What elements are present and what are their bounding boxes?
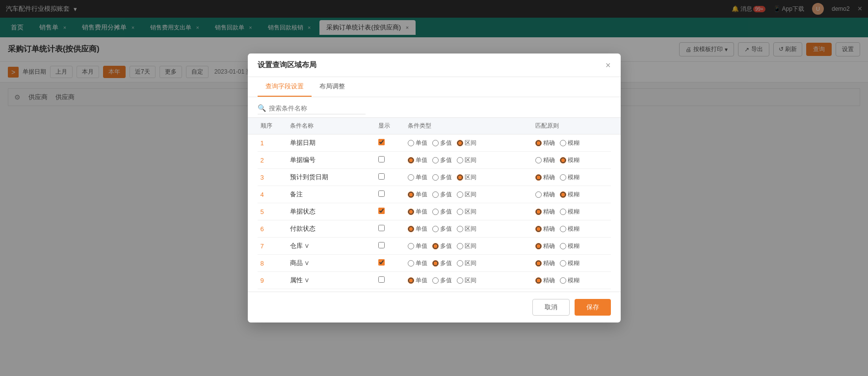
cell-match[interactable]: 精确 模糊 bbox=[532, 169, 621, 186]
display-checkbox[interactable] bbox=[378, 259, 385, 266]
radio-multi-1[interactable] bbox=[432, 157, 439, 163]
radio-single-8[interactable] bbox=[408, 277, 414, 284]
radio-fuzzy-6[interactable] bbox=[560, 243, 566, 249]
settings-dialog: 设置查询区域布局 × 查询字段设置 布局调整 🔍 顺序 条件名称 显示 bbox=[248, 54, 621, 322]
cell-type[interactable]: 单值 多值 区间 bbox=[405, 152, 532, 168]
radio-range-4[interactable] bbox=[457, 209, 463, 215]
cell-type[interactable]: 单值 多值 区间 bbox=[405, 169, 532, 186]
radio-fuzzy-8[interactable] bbox=[560, 277, 566, 284]
display-checkbox[interactable] bbox=[378, 190, 385, 197]
cell-type[interactable]: 单值 多值 区间 bbox=[405, 187, 532, 203]
cell-order: 5 bbox=[258, 204, 287, 219]
radio-range-6[interactable] bbox=[457, 243, 463, 249]
radio-fuzzy-2[interactable] bbox=[560, 174, 566, 181]
cell-display[interactable] bbox=[375, 135, 405, 151]
cell-display[interactable] bbox=[375, 152, 405, 168]
cell-name: 预计到货日期 bbox=[287, 169, 375, 186]
display-checkbox[interactable] bbox=[378, 208, 385, 214]
radio-fuzzy-4[interactable] bbox=[560, 209, 566, 215]
cell-type[interactable]: 单值 多值 区间 bbox=[405, 135, 532, 151]
radio-single-1[interactable] bbox=[408, 157, 414, 163]
radio-multi-5[interactable] bbox=[432, 226, 439, 232]
cancel-button[interactable]: 取消 bbox=[532, 299, 570, 316]
radio-single-3[interactable] bbox=[408, 191, 414, 198]
radio-exact-5[interactable] bbox=[535, 226, 542, 232]
radio-range-1[interactable] bbox=[457, 157, 463, 163]
radio-fuzzy-5[interactable] bbox=[560, 226, 566, 232]
cell-display[interactable] bbox=[375, 255, 405, 271]
radio-multi-4[interactable] bbox=[432, 209, 439, 215]
radio-exact-0[interactable] bbox=[535, 140, 542, 146]
radio-exact-3[interactable] bbox=[535, 191, 542, 198]
radio-exact-6[interactable] bbox=[535, 243, 542, 249]
radio-range-7[interactable] bbox=[457, 260, 463, 267]
radio-single-5[interactable] bbox=[408, 226, 414, 232]
radio-exact-1[interactable] bbox=[535, 157, 542, 163]
radio-single-0[interactable] bbox=[408, 140, 414, 146]
cell-name: 付款状态 bbox=[287, 220, 375, 237]
display-checkbox[interactable] bbox=[378, 276, 385, 283]
table-body: 1单据日期 单值 多值 区间 精确 模糊 2单据编号 单值 多值 区间 精确 模… bbox=[248, 134, 621, 292]
radio-multi-6[interactable] bbox=[432, 243, 439, 249]
radio-range-3[interactable] bbox=[457, 191, 463, 198]
radio-multi-3[interactable] bbox=[432, 191, 439, 198]
cell-type[interactable]: 单值 多值 区间 bbox=[405, 221, 532, 237]
cell-display[interactable] bbox=[375, 238, 405, 254]
cell-match[interactable]: 精确 模糊 bbox=[532, 187, 621, 203]
radio-single-7[interactable] bbox=[408, 260, 414, 267]
radio-multi-0[interactable] bbox=[432, 140, 439, 146]
display-checkbox[interactable] bbox=[378, 225, 385, 231]
search-input[interactable] bbox=[269, 105, 357, 112]
radio-range-0[interactable] bbox=[457, 140, 463, 146]
radio-exact-2[interactable] bbox=[535, 174, 542, 181]
cell-order: 8 bbox=[258, 256, 287, 271]
cell-type[interactable]: 单值 多值 区间 bbox=[405, 255, 532, 271]
radio-fuzzy-0[interactable] bbox=[560, 140, 566, 146]
cell-display[interactable] bbox=[375, 204, 405, 219]
col-header-match: 匹配原则 bbox=[532, 118, 621, 134]
tab-query-fields[interactable]: 查询字段设置 bbox=[258, 77, 312, 97]
radio-exact-8[interactable] bbox=[535, 277, 542, 284]
cell-type[interactable]: 单值 多值 区间 bbox=[405, 204, 532, 220]
col-header-display: 显示 bbox=[375, 118, 405, 134]
display-checkbox[interactable] bbox=[378, 156, 385, 162]
radio-single-2[interactable] bbox=[408, 174, 414, 181]
cell-type[interactable]: 单值 多值 区间 bbox=[405, 238, 532, 254]
cell-type[interactable]: 单值 多值 区间 bbox=[405, 272, 532, 289]
cell-match[interactable]: 精确 模糊 bbox=[532, 204, 621, 220]
radio-multi-7[interactable] bbox=[432, 260, 439, 267]
radio-range-2[interactable] bbox=[457, 174, 463, 181]
cell-match[interactable]: 精确 模糊 bbox=[532, 255, 621, 271]
save-button[interactable]: 保存 bbox=[575, 299, 611, 316]
cell-display[interactable] bbox=[375, 221, 405, 237]
radio-single-6[interactable] bbox=[408, 243, 414, 249]
radio-range-5[interactable] bbox=[457, 226, 463, 232]
cell-order: 4 bbox=[258, 187, 287, 202]
cell-display[interactable] bbox=[375, 187, 405, 202]
radio-fuzzy-1[interactable] bbox=[560, 157, 566, 163]
display-checkbox[interactable] bbox=[378, 139, 385, 145]
dialog-close-button[interactable]: × bbox=[605, 61, 611, 70]
cell-match[interactable]: 精确 模糊 bbox=[532, 238, 621, 254]
radio-fuzzy-3[interactable] bbox=[560, 191, 566, 198]
cell-match[interactable]: 精确 模糊 bbox=[532, 272, 621, 289]
display-checkbox[interactable] bbox=[378, 242, 385, 248]
cell-match[interactable]: 精确 模糊 bbox=[532, 135, 621, 151]
radio-fuzzy-7[interactable] bbox=[560, 260, 566, 267]
radio-exact-7[interactable] bbox=[535, 260, 542, 267]
cell-display[interactable] bbox=[375, 272, 405, 288]
dialog-footer: 取消 保存 bbox=[248, 292, 621, 322]
radio-single-4[interactable] bbox=[408, 209, 414, 215]
radio-multi-8[interactable] bbox=[432, 277, 439, 284]
display-checkbox[interactable] bbox=[378, 173, 385, 180]
radio-multi-2[interactable] bbox=[432, 174, 439, 181]
cell-name: 单据状态 bbox=[287, 203, 375, 220]
tab-layout-adjust[interactable]: 布局调整 bbox=[312, 77, 353, 97]
radio-exact-4[interactable] bbox=[535, 209, 542, 215]
table-row: 8商品 ∨ 单值 多值 区间 精确 模糊 bbox=[258, 255, 611, 272]
cell-match[interactable]: 精确 模糊 bbox=[532, 152, 621, 168]
radio-range-8[interactable] bbox=[457, 277, 463, 284]
cell-match[interactable]: 精确 模糊 bbox=[532, 221, 621, 237]
search-icon: 🔍 bbox=[258, 104, 266, 112]
cell-display[interactable] bbox=[375, 169, 405, 185]
